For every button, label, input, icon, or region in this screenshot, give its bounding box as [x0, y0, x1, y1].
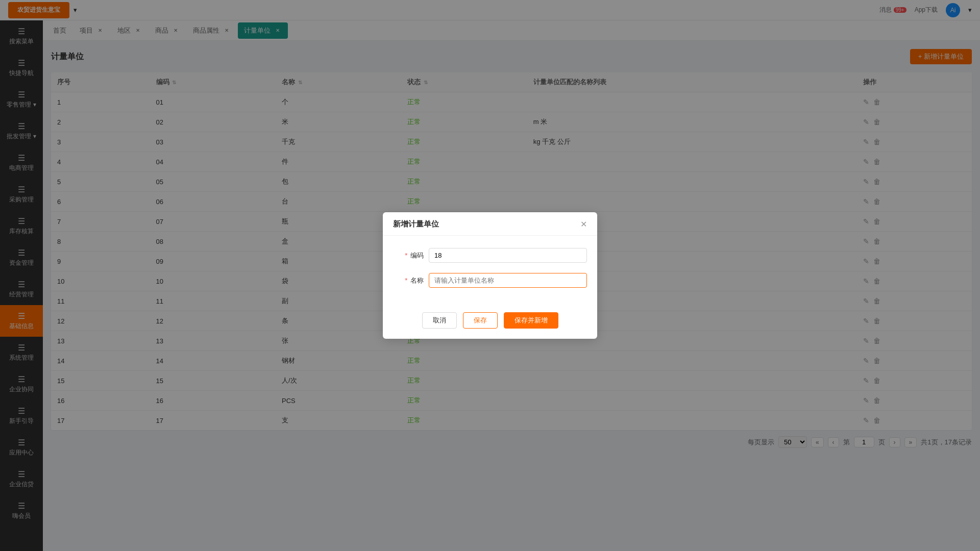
- name-required: *: [405, 277, 407, 284]
- name-form-row: * 名称: [393, 273, 587, 288]
- modal-footer: 取消 保存 保存并新增: [383, 306, 597, 339]
- modal-header: 新增计量单位 ✕: [383, 212, 597, 236]
- modal-title: 新增计量单位: [393, 219, 439, 229]
- name-label: * 名称: [393, 276, 424, 285]
- code-form-row: * 编码: [393, 248, 587, 263]
- name-input[interactable]: [429, 273, 587, 288]
- code-label: * 编码: [393, 251, 424, 260]
- add-unit-modal: 新增计量单位 ✕ * 编码 * 名称 取消 保存 保存并新增: [383, 212, 597, 339]
- modal-body: * 编码 * 名称: [383, 236, 597, 306]
- save-button[interactable]: 保存: [463, 312, 498, 329]
- code-required: *: [405, 252, 407, 259]
- modal-close-button[interactable]: ✕: [580, 220, 587, 229]
- save-and-new-button[interactable]: 保存并新增: [504, 312, 558, 329]
- modal-overlay[interactable]: 新增计量单位 ✕ * 编码 * 名称 取消 保存 保存并新增: [0, 0, 980, 551]
- code-input[interactable]: [429, 248, 587, 263]
- cancel-button[interactable]: 取消: [422, 312, 457, 329]
